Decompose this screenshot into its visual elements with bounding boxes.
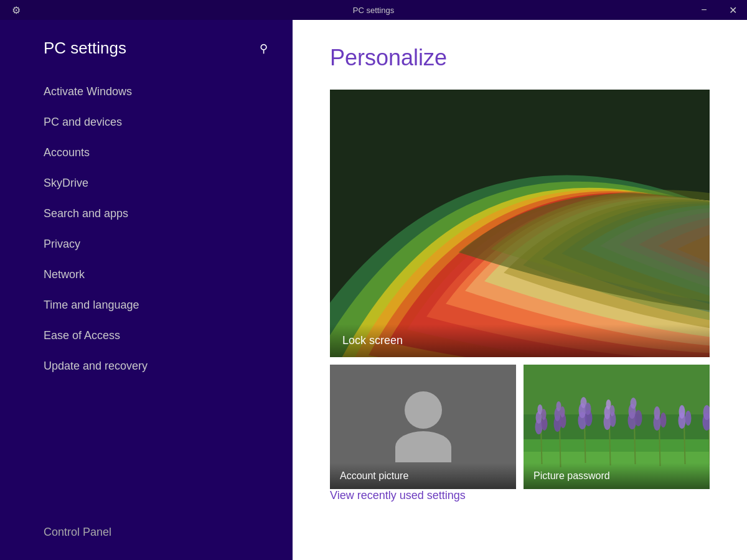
- sidebar-item-ease-of-access[interactable]: Ease of Access: [0, 320, 293, 351]
- lock-screen-tile[interactable]: Lock screen: [330, 90, 710, 357]
- svg-point-16: [560, 406, 565, 418]
- thumbnail-row: Account picture: [330, 365, 710, 489]
- svg-point-32: [631, 398, 637, 409]
- svg-point-33: [635, 410, 642, 426]
- sidebar-nav: Activate Windows PC and devices Accounts…: [0, 77, 293, 517]
- close-button[interactable]: ✕: [718, 0, 747, 20]
- titlebar-title: PC settings: [353, 6, 394, 15]
- lock-screen-image: [330, 90, 710, 357]
- picture-password-label: Picture password: [524, 463, 710, 489]
- sidebar-item-accounts[interactable]: Accounts: [0, 138, 293, 168]
- sidebar-header: PC settings ⚲: [0, 32, 293, 77]
- svg-point-22: [585, 403, 591, 415]
- svg-point-37: [660, 413, 667, 427]
- account-picture-label: Account picture: [330, 463, 516, 489]
- svg-point-40: [679, 405, 685, 419]
- sidebar-item-pc-and-devices[interactable]: PC and devices: [0, 107, 293, 138]
- sidebar: PC settings ⚲ Activate Windows PC and de…: [0, 20, 293, 560]
- sidebar-item-search-and-apps[interactable]: Search and apps: [0, 198, 293, 229]
- account-avatar-icon: [395, 391, 451, 462]
- account-picture-tile[interactable]: Account picture: [330, 365, 516, 489]
- window-controls: − ✕: [690, 0, 747, 20]
- minimize-button[interactable]: −: [690, 0, 718, 20]
- content-area: Personalize: [293, 20, 747, 560]
- svg-point-36: [654, 406, 660, 420]
- gear-icon: ⚙: [6, 0, 26, 20]
- sidebar-item-activate-windows[interactable]: Activate Windows: [0, 77, 293, 107]
- avatar-body: [395, 431, 451, 462]
- sidebar-item-time-and-language[interactable]: Time and language: [0, 290, 293, 320]
- page-title: Personalize: [330, 45, 710, 71]
- view-recently-link[interactable]: View recently used settings: [330, 489, 466, 502]
- sidebar-item-network[interactable]: Network: [0, 259, 293, 290]
- sidebar-title: PC settings: [44, 39, 126, 58]
- search-icon[interactable]: ⚲: [260, 42, 268, 55]
- sidebar-item-skydrive[interactable]: SkyDrive: [0, 168, 293, 198]
- svg-point-10: [542, 409, 547, 420]
- svg-point-41: [685, 411, 692, 426]
- lock-screen-label: Lock screen: [330, 324, 710, 357]
- picture-password-tile[interactable]: Picture password: [524, 365, 710, 489]
- main-layout: PC settings ⚲ Activate Windows PC and de…: [0, 20, 747, 560]
- titlebar: ⚙ PC settings − ✕: [0, 0, 747, 20]
- sidebar-item-control-panel[interactable]: Control Panel: [0, 517, 293, 548]
- sidebar-item-update-and-recovery[interactable]: Update and recovery: [0, 351, 293, 381]
- sidebar-item-privacy[interactable]: Privacy: [0, 229, 293, 259]
- svg-point-28: [610, 405, 615, 416]
- avatar-head: [405, 391, 442, 429]
